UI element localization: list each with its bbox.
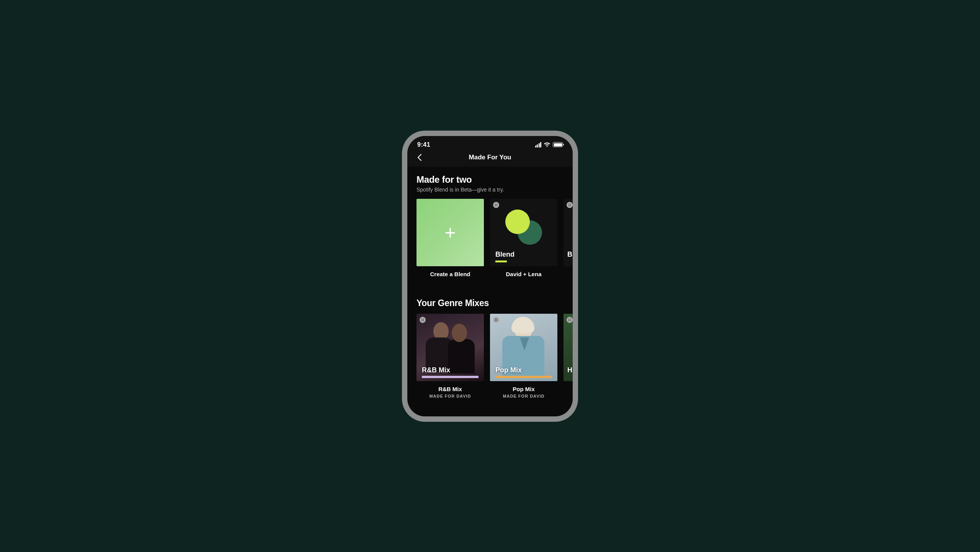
status-indicators [535, 142, 563, 147]
blend-cover-title-partial: B [567, 251, 572, 259]
status-time: 9:41 [417, 141, 430, 148]
phone-frame: 9:41 Made For You Made for two Spotify B… [402, 131, 578, 422]
pop-cover-title: Pop Mix [495, 366, 522, 374]
pop-sublabel: MADE FOR DAVID [490, 394, 557, 398]
plus-icon: + [444, 223, 456, 242]
rnb-cover-title: R&B Mix [422, 366, 450, 374]
blend-card[interactable]: Blend David + Lena [490, 199, 557, 277]
section-title-blend: Made for two [407, 174, 573, 185]
create-blend-card[interactable]: + Create a Blend [416, 199, 484, 277]
cellular-icon [535, 142, 542, 147]
hip-cover-title: H [567, 366, 572, 374]
status-bar: 9:41 [407, 136, 573, 151]
pop-underline [495, 376, 552, 378]
page-title: Made For You [469, 154, 511, 161]
spotify-badge-icon [493, 202, 499, 208]
create-blend-label: Create a Blend [416, 271, 484, 277]
spotify-badge-icon [567, 317, 573, 323]
rnb-label: R&B Mix [416, 386, 484, 392]
blend-artwork [490, 210, 557, 234]
genre-carousel[interactable]: R&B Mix R&B Mix MADE FOR DAVID Pop M [407, 314, 573, 398]
pop-label: Pop Mix [490, 386, 557, 392]
pop-mix-cover[interactable]: Pop Mix [490, 314, 557, 381]
blend-cover-partial[interactable]: B [564, 199, 573, 266]
genre-card-rnb[interactable]: R&B Mix R&B Mix MADE FOR DAVID [416, 314, 484, 398]
section-title-genre: Your Genre Mixes [407, 298, 573, 308]
battery-icon [553, 142, 563, 147]
blend-underline [495, 260, 507, 262]
genre-card-pop[interactable]: Pop Mix Pop Mix MADE FOR DAVID [490, 314, 557, 398]
blend-cover[interactable]: Blend [490, 199, 557, 266]
content-area[interactable]: Made for two Spotify Blend is in Beta—gi… [407, 167, 573, 413]
nav-bar: Made For You [407, 151, 573, 167]
create-blend-cover[interactable]: + [416, 199, 484, 266]
blend-cover-title: Blend [495, 251, 514, 259]
blend-carousel[interactable]: + Create a Blend Blend David + Lena [407, 199, 573, 277]
blend-card-partial[interactable]: B [564, 199, 573, 277]
phone-screen: 9:41 Made For You Made for two Spotify B… [407, 136, 573, 416]
hip-mix-cover[interactable]: H [564, 314, 573, 381]
blend-label: David + Lena [490, 271, 557, 277]
spotify-badge-icon [567, 202, 573, 208]
rnb-mix-cover[interactable]: R&B Mix [416, 314, 484, 381]
genre-card-partial[interactable]: H [564, 314, 573, 398]
rnb-sublabel: MADE FOR DAVID [416, 394, 484, 398]
back-button[interactable] [415, 153, 424, 162]
rnb-underline [422, 376, 479, 378]
wifi-icon [544, 142, 550, 147]
section-subtitle-blend: Spotify Blend is in Beta—give it a try. [407, 187, 573, 193]
